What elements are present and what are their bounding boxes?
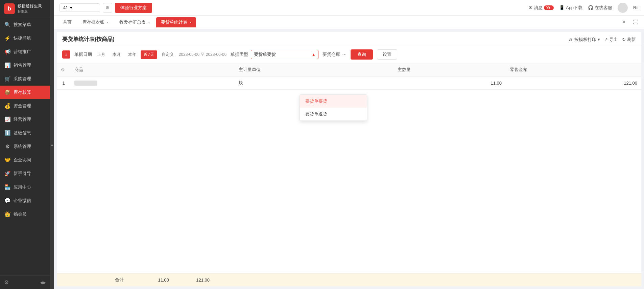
sidebar-item-新手引导[interactable]: 🚀 新手引导 (0, 167, 50, 180)
sidebar-item-资金管理[interactable]: 💰 资金管理 (0, 99, 50, 113)
type-select[interactable]: 要货单要货 (251, 50, 318, 59)
nav-icon-7: 📈 (4, 116, 11, 123)
topbar-service[interactable]: 🎧 在线客服 (588, 5, 612, 11)
nav-label-8: 基础信息 (14, 130, 31, 136)
footer-quantity: 11.00 (135, 277, 169, 283)
filter-date-group: 单据日期 上月本月本年近7天自定义 2023-05-06 至 2023-06-0… (74, 50, 226, 59)
nav-label-1: 快捷导航 (14, 35, 31, 41)
nav-label-2: 营销推广 (14, 49, 31, 55)
nav-label-14: 畅会员 (14, 211, 27, 217)
refresh-btn[interactable]: ↻ 刷新 (622, 37, 636, 43)
tabs-expand-btn[interactable]: ⛶ (631, 18, 640, 27)
dropdown-item-0[interactable]: 要货单要货 (300, 95, 367, 108)
topbar-msg[interactable]: ✉ 消息 99+ (529, 5, 554, 11)
tab-2[interactable]: 收发存汇总表× (115, 17, 154, 27)
th-quantity: 主数量 (393, 63, 506, 76)
logo-text-block: 畅捷通好生意 标准版 (18, 4, 42, 14)
nav-icon-5: 📦 (4, 89, 11, 96)
trial-btn[interactable]: 体验行业方案 (115, 3, 152, 13)
date-btns: 上月本月本年近7天自定义 (94, 50, 177, 59)
tab-label-3: 要货单统计表 (161, 19, 187, 25)
sidebar-item-快捷导航[interactable]: ⚡ 快捷导航 (0, 31, 50, 45)
tab-close-1[interactable]: × (106, 20, 109, 24)
tabs-close-all-btn[interactable]: × (620, 18, 628, 27)
sidebar-item-经营管理[interactable]: 📈 经营管理 (0, 113, 50, 126)
settings-btn[interactable]: 设置 (377, 49, 397, 60)
tab-3[interactable]: 要货单统计表× (156, 17, 196, 27)
tab-close-3[interactable]: × (189, 20, 191, 24)
sidebar-scroll[interactable]: ▲ (50, 0, 54, 289)
nav-icon-11: 🚀 (4, 170, 11, 177)
nav-label-9: 系统管理 (14, 143, 31, 150)
app-label: App下载 (566, 5, 582, 11)
tabs-bar: 首页库存批次账×收发存汇总表×要货单统计表× × ⛶ (54, 16, 644, 29)
topbar-gear-btn[interactable]: ⚙ (103, 3, 112, 13)
filter-bar: » 单据日期 上月本月本年近7天自定义 2023-05-06 至 2023-06… (57, 46, 641, 63)
table-row: 1 ████ ███ 块 11.00 121.00 (57, 76, 641, 90)
date-btn-0[interactable]: 上月 (94, 50, 108, 59)
sidebar-item-系统管理[interactable]: ⚙ 系统管理 (0, 140, 50, 153)
chevron-down-icon: ▾ (598, 37, 600, 42)
data-table: ⚙ 商品 主计量单位 主数量 零售金额 1 ████ ███ 块 11.00 1… (57, 63, 641, 90)
date-btn-1[interactable]: 本月 (110, 50, 124, 59)
nav-icon-6: 💰 (4, 103, 11, 109)
type-label: 单据类型 (231, 51, 248, 58)
nav-label-5: 库存核算 (14, 89, 31, 95)
date-btn-4[interactable]: 自定义 (159, 50, 177, 59)
main-area: 41 ▾ ⚙ 体验行业方案 ✉ 消息 99+ 📱 App下载 🎧 在线客服 Ri… (54, 0, 644, 289)
refresh-icon: ↻ (622, 37, 626, 42)
settings-icon[interactable]: ⚙ (4, 279, 9, 286)
filter-more-btn[interactable]: ··· (342, 52, 347, 57)
nav-label-11: 新手引导 (14, 171, 31, 177)
page-title: 要货单统计表(按商品) (62, 36, 115, 43)
date-btn-2[interactable]: 本年 (125, 50, 139, 59)
dropdown-item-1[interactable]: 要货单退货 (300, 108, 367, 120)
page-header-actions: 🖨 按模板打印 ▾ ↗ 导出 ↻ 刷新 (569, 37, 636, 43)
sidebar-item-采购管理[interactable]: 🛒 采购管理 (0, 72, 50, 86)
date-range: 2023-05-06 至 2023-06-06 (179, 52, 226, 58)
print-btn[interactable]: 🖨 按模板打印 ▾ (569, 37, 600, 43)
nav-icon-1: ⚡ (4, 35, 11, 42)
topbar: 41 ▾ ⚙ 体验行业方案 ✉ 消息 99+ 📱 App下载 🎧 在线客服 Ri… (54, 0, 644, 16)
nav-icon-2: 📢 (4, 48, 11, 55)
sidebar-item-搜索菜单[interactable]: 🔍 搜索菜单 (0, 18, 50, 31)
sidebar-item-畅会员[interactable]: 👑 畅会员 (0, 207, 50, 221)
sidebar-item-企业微信[interactable]: 💬 企业微信 (0, 194, 50, 207)
nav-icon-10: 🤝 (4, 157, 11, 163)
type-select-value: 要货单要货 (254, 52, 276, 57)
tabs-bar-end: × ⛶ (620, 18, 640, 27)
tab-1[interactable]: 库存批次账× (78, 17, 113, 27)
sidebar-item-企业协同[interactable]: 🤝 企业协同 (0, 153, 50, 167)
collapse-icon[interactable]: ◀▶ (40, 280, 46, 285)
sidebar-footer: ⚙ ◀▶ (0, 275, 50, 289)
sidebar-item-基础信息[interactable]: ℹ️ 基础信息 (0, 126, 50, 140)
nav-label-4: 采购管理 (14, 76, 31, 82)
cell-product: ████ ███ (70, 76, 235, 90)
footer-label: 合计 (61, 277, 135, 283)
company-selector-text: 41 (63, 5, 68, 10)
tab-0[interactable]: 首页 (58, 17, 76, 27)
export-btn[interactable]: ↗ 导出 (604, 37, 618, 43)
table-footer: 合计 11.00 121.00 (57, 273, 641, 286)
sidebar-item-库存核算[interactable]: 📦 库存核算 (0, 86, 50, 99)
query-btn[interactable]: 查询 (351, 49, 373, 60)
export-icon: ↗ (604, 37, 608, 42)
nav-label-6: 资金管理 (14, 103, 31, 109)
table-header-row: ⚙ 商品 主计量单位 主数量 零售金额 (57, 63, 641, 76)
avatar (618, 3, 628, 13)
type-select-wrap: 要货单要货 ▲ (251, 50, 318, 59)
col-settings-icon[interactable]: ⚙ (61, 67, 65, 72)
sidebar-logo: b 畅捷通好生意 标准版 (0, 0, 50, 18)
company-selector[interactable]: 41 ▾ (59, 3, 100, 12)
app-icon: 📱 (559, 5, 565, 10)
topbar-app[interactable]: 📱 App下载 (559, 5, 582, 11)
sidebar-item-应用中心[interactable]: 🏪 应用中心 (0, 180, 50, 194)
th-product: 商品 (70, 63, 235, 76)
sidebar-item-营销推广[interactable]: 📢 营销推广 (0, 45, 50, 59)
tab-close-2[interactable]: × (148, 20, 150, 24)
sidebar: b 畅捷通好生意 标准版 🔍 搜索菜单 ⚡ 快捷导航 📢 营销推广 📊 销售管理… (0, 0, 50, 289)
cell-no: 1 (57, 76, 70, 90)
sidebar-item-销售管理[interactable]: 📊 销售管理 (0, 59, 50, 72)
date-btn-3[interactable]: 近7天 (141, 50, 157, 59)
filter-expand-btn[interactable]: » (62, 50, 70, 59)
